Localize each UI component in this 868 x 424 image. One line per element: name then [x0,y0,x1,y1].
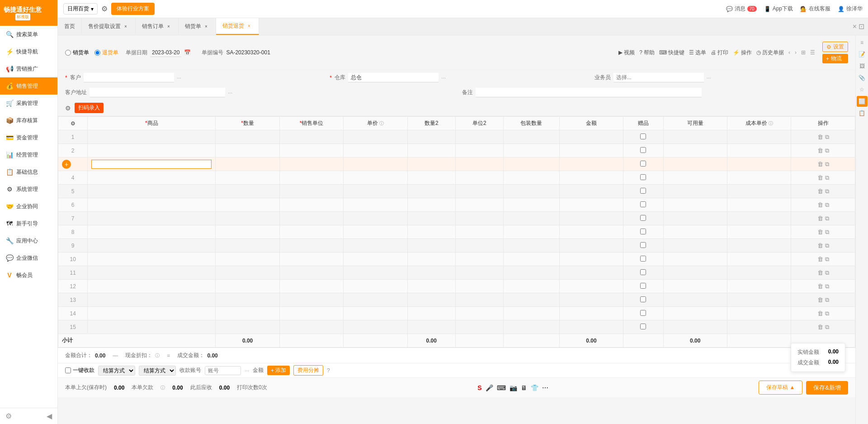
cell-goods-2[interactable] [88,144,216,157]
cell-pkg-qty-14[interactable] [503,307,559,320]
gift-checkbox-3[interactable] [640,161,646,167]
cell-price-13[interactable] [344,293,407,307]
operation-toolbar-item[interactable]: ⚡ 操作 [733,49,752,57]
tab-close-icon[interactable]: × [123,24,129,30]
sidebar-item-apps[interactable]: 🔧 应用中心 [0,232,57,249]
address-input[interactable] [90,88,225,97]
cell-unit2-3[interactable] [455,157,503,171]
cell-qty-15[interactable] [216,320,279,334]
cell-gift-3[interactable] [623,157,663,171]
gift-checkbox-6[interactable] [640,201,646,207]
cell-cost-price-4[interactable] [727,171,791,185]
cell-qty2-13[interactable] [407,293,455,307]
copy-row-9-button[interactable]: ⧉ [825,242,829,249]
tab-close-icon[interactable]: × [165,24,172,30]
cell-qty2-7[interactable] [407,212,455,225]
cell-unit-15[interactable] [279,320,343,334]
cell-amount-15[interactable] [559,320,623,334]
cell-available-9[interactable] [663,239,727,252]
goods-input-active[interactable] [91,160,212,169]
delete-row-4-button[interactable]: 🗑 [817,174,823,181]
account-more-icon[interactable]: ··· [245,367,249,374]
address-more-icon[interactable]: ··· [228,90,232,96]
nav-next-icon[interactable]: › [795,49,797,56]
gift-checkbox-1[interactable] [640,133,646,139]
cell-amount-4[interactable] [559,171,623,185]
cell-qty2-2[interactable] [407,144,455,157]
cell-qty2-12[interactable] [407,280,455,293]
cell-unit2-2[interactable] [455,144,503,157]
cell-unit-10[interactable] [279,252,343,266]
cell-qty-5[interactable] [216,185,279,198]
cell-qty2-1[interactable] [407,130,455,144]
trial-button[interactable]: 体验行业方案 [111,3,155,15]
warehouse-more-icon[interactable]: ··· [441,75,446,81]
cell-cost-price-2[interactable] [727,144,791,157]
cell-pkg-qty-5[interactable] [503,185,559,198]
copy-row-14-button[interactable]: ⧉ [825,310,829,317]
copy-row-10-button[interactable]: ⧉ [825,256,829,263]
sidebar-item-sales[interactable]: 💰 销售管理 [0,77,57,95]
delete-row-10-button[interactable]: 🗑 [817,256,823,262]
cell-available-8[interactable] [663,225,727,239]
cell-gift-2[interactable] [623,144,663,157]
cell-pkg-qty-13[interactable] [503,293,559,307]
cell-gift-12[interactable] [623,280,663,293]
right-sidebar-clipboard[interactable]: 📋 [857,108,868,119]
cell-gift-5[interactable] [623,185,663,198]
cell-pkg-qty-7[interactable] [503,212,559,225]
cell-unit2-14[interactable] [455,307,503,320]
cell-unit2-6[interactable] [455,198,503,212]
cell-available-14[interactable] [663,307,727,320]
copy-row-6-button[interactable]: ⧉ [825,201,829,209]
cell-cost-price-10[interactable] [727,252,791,266]
cell-available-4[interactable] [663,171,727,185]
nav-prev-icon[interactable]: ‹ [788,49,790,56]
cell-unit-4[interactable] [279,171,343,185]
gift-checkbox-14[interactable] [640,310,646,316]
cell-unit2-15[interactable] [455,320,503,334]
cell-unit2-10[interactable] [455,252,503,266]
cell-qty-11[interactable] [216,266,279,280]
delete-row-3-button[interactable]: 🗑 [817,161,823,167]
cell-qty-14[interactable] [216,307,279,320]
cell-gift-10[interactable] [623,252,663,266]
tab-price-settings[interactable]: 售价提取设置 × [82,18,136,35]
cell-qty-13[interactable] [216,293,279,307]
tab-sales-return[interactable]: 销货退货 × [216,18,259,35]
online-service-button[interactable]: 💁 在线客服 [800,5,830,13]
cell-price-7[interactable] [344,212,407,225]
app-download-button[interactable]: 📱 App下载 [764,5,793,13]
fee-split-button[interactable]: 费用分摊 [293,365,323,376]
gift-checkbox-8[interactable] [640,229,646,234]
cell-unit2-4[interactable] [455,171,503,185]
sidebar-item-wechat[interactable]: 💬 企业微信 [0,249,57,267]
sidebar-item-enterprise[interactable]: 🤝 企业协同 [0,198,57,215]
sidebar-item-purchase[interactable]: 🛒 采购管理 [0,95,57,112]
cell-goods-15[interactable] [88,320,216,334]
radio-sales[interactable]: 销货单 [65,49,89,57]
cell-pkg-qty-11[interactable] [503,266,559,280]
cell-goods-12[interactable] [88,280,216,293]
cell-qty-7[interactable] [216,212,279,225]
cell-cost-price-6[interactable] [727,198,791,212]
cell-amount-14[interactable] [559,307,623,320]
cell-available-11[interactable] [663,266,727,280]
cell-available-15[interactable] [663,320,727,334]
cell-amount-1[interactable] [559,130,623,144]
customer-more-icon[interactable]: ··· [177,75,181,81]
cell-price-4[interactable] [344,171,407,185]
settings-icon[interactable]: ⚙ [101,5,108,13]
sidebar-item-guide[interactable]: 🗺 新手引导 [0,215,57,232]
cell-cost-price-15[interactable] [727,320,791,334]
gift-checkbox-15[interactable] [640,324,646,329]
calendar-icon[interactable]: 📅 [184,49,191,56]
cell-unit2-12[interactable] [455,280,503,293]
cell-pkg-qty-8[interactable] [503,225,559,239]
warehouse-input[interactable] [348,73,439,82]
cell-gift-15[interactable] [623,320,663,334]
cell-goods-5[interactable] [88,185,216,198]
cell-qty2-4[interactable] [407,171,455,185]
cell-amount-10[interactable] [559,252,623,266]
cell-amount-6[interactable] [559,198,623,212]
